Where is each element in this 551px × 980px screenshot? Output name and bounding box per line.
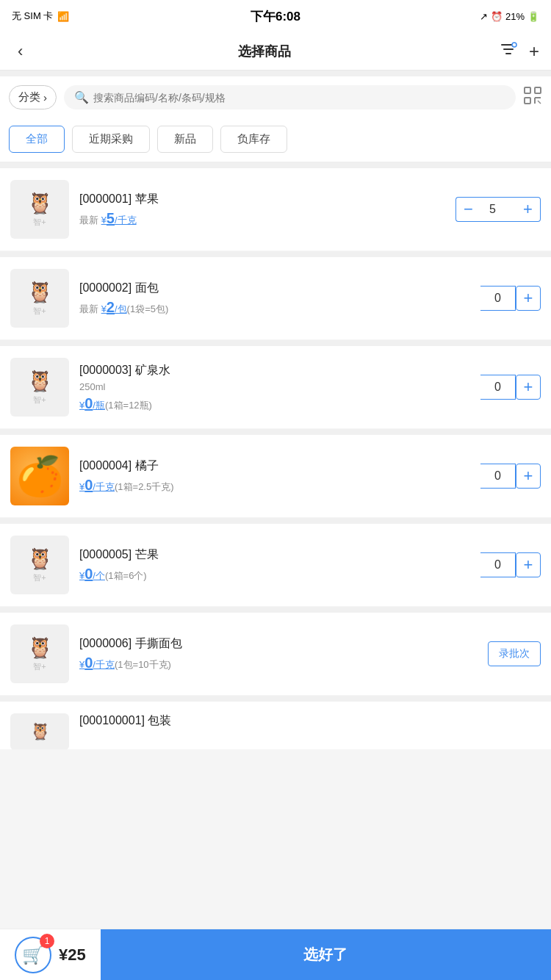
- svg-rect-7: [525, 98, 530, 104]
- product-thumb: 🍊: [10, 447, 69, 505]
- battery-label: 21%: [505, 11, 525, 22]
- status-right: ↗ ⏰ 21% 🔋: [480, 11, 539, 22]
- divider-1: [0, 71, 551, 76]
- owl-icon: 🦉: [27, 280, 53, 304]
- owl-icon: 🦉: [30, 722, 50, 741]
- qty-display: 0: [480, 286, 516, 311]
- product-thumb: 🦉 智+: [10, 269, 69, 328]
- svg-rect-6: [535, 87, 541, 93]
- product-name: [0000006] 手撕面包: [79, 636, 478, 652]
- product-item-partial: 🦉 [000100001] 包装: [0, 702, 551, 749]
- nav-actions: ! +: [500, 41, 539, 62]
- product-price: ¥0/千克(1箱=2.5千克): [79, 477, 470, 494]
- page-title: 选择商品: [238, 43, 291, 60]
- product-name: [000100001] 包装: [79, 713, 541, 729]
- back-button[interactable]: ‹: [12, 36, 29, 67]
- product-list: 🦉 智+ [0000001] 苹果 最新 ¥5/千克 − + 🦉 智+ [: [0, 168, 551, 749]
- wifi-icon: 📶: [57, 11, 69, 22]
- product-thumb: 🦉 智+: [10, 180, 69, 239]
- add-button[interactable]: +: [529, 41, 539, 62]
- product-info: [0000004] 橘子 ¥0/千克(1箱=2.5千克): [79, 458, 470, 494]
- divider-2: [0, 162, 551, 168]
- divider: [0, 429, 551, 435]
- filter-icon[interactable]: !: [500, 42, 517, 60]
- tabs-bar: 全部 近期采购 新品 负库存: [0, 118, 551, 162]
- category-button[interactable]: 分类 ›: [9, 85, 57, 109]
- confirm-button[interactable]: 选好了: [101, 929, 551, 981]
- qty-minus-button[interactable]: −: [455, 197, 480, 222]
- qty-plus-button[interactable]: +: [516, 552, 541, 577]
- cart-badge: 1: [40, 934, 54, 948]
- product-price: ¥0/千克(1包=10千克): [79, 655, 478, 671]
- qty-plus-button[interactable]: +: [516, 197, 541, 222]
- qty-control: 0 +: [480, 375, 541, 400]
- carrier-label: 无 SIM 卡: [12, 10, 53, 23]
- qty-plus-button[interactable]: +: [516, 375, 541, 400]
- bottom-bar: 🛒 1 ¥25 选好了: [0, 929, 551, 980]
- search-input-wrap[interactable]: 🔍: [64, 85, 516, 109]
- alarm-icon: ⏰: [491, 11, 503, 22]
- qty-plus-button[interactable]: +: [516, 286, 541, 311]
- product-thumb: 🦉 智+: [10, 536, 69, 594]
- qty-plus-button[interactable]: +: [516, 464, 541, 489]
- search-bar: 分类 › 🔍: [0, 76, 551, 118]
- search-input[interactable]: [93, 92, 505, 104]
- product-thumb: 🦉 智+: [10, 624, 69, 683]
- divider: [0, 696, 551, 702]
- qty-control: 0 +: [480, 464, 541, 489]
- battery-icon: 🔋: [527, 11, 539, 22]
- product-item: 🦉 智+ [0000001] 苹果 最新 ¥5/千克 − +: [0, 168, 551, 251]
- tab-all[interactable]: 全部: [9, 126, 65, 153]
- product-name: [0000005] 芒果: [79, 547, 470, 563]
- qty-control: − +: [455, 197, 541, 222]
- product-item: 🦉 智+ [0000006] 手撕面包 ¥0/千克(1包=10千克) 录批次: [0, 613, 551, 695]
- cart-icon-button[interactable]: 🛒 1: [15, 937, 51, 973]
- product-info: [0000005] 芒果 ¥0/个(1箱=6个): [79, 547, 470, 583]
- product-info: [0000006] 手撕面包 ¥0/千克(1包=10千克): [79, 636, 478, 671]
- cart-total: ¥25: [59, 945, 86, 965]
- divider: [0, 607, 551, 613]
- owl-icon: 🦉: [27, 191, 53, 215]
- product-info: [0000001] 苹果 最新 ¥5/千克: [79, 192, 445, 227]
- qty-display: 0: [480, 552, 516, 577]
- qty-display: 0: [480, 464, 516, 489]
- qty-display: 0: [480, 375, 516, 400]
- divider: [0, 340, 551, 346]
- divider: [0, 518, 551, 524]
- svg-text:!: !: [513, 44, 514, 48]
- tab-new[interactable]: 新品: [157, 126, 213, 153]
- product-info: [0000003] 矿泉水 250ml ¥0/瓶(1箱=12瓶): [79, 363, 470, 412]
- owl-icon: 🦉: [27, 369, 53, 393]
- product-info: [000100001] 包装: [79, 713, 541, 732]
- svg-line-10: [538, 101, 541, 104]
- status-time: 下午6:08: [251, 8, 300, 25]
- product-info: [0000002] 面包 最新 ¥2/包(1袋=5包): [79, 281, 470, 316]
- scan-icon[interactable]: [523, 86, 542, 109]
- product-price: 最新 ¥2/包(1袋=5包): [79, 299, 470, 316]
- search-icon: 🔍: [74, 90, 89, 104]
- bottom-spacer: [0, 749, 551, 801]
- qty-control: 0 +: [480, 286, 541, 311]
- tab-negative[interactable]: 负库存: [220, 126, 287, 153]
- svg-rect-5: [525, 87, 530, 93]
- owl-icon: 🦉: [27, 547, 53, 571]
- owl-icon: 🦉: [27, 635, 53, 660]
- product-name: [0000001] 苹果: [79, 192, 445, 207]
- product-spec: 250ml: [79, 381, 470, 392]
- batch-button[interactable]: 录批次: [488, 641, 541, 666]
- product-thumb: 🦉 智+: [10, 358, 69, 417]
- product-item: 🦉 智+ [0000002] 面包 最新 ¥2/包(1袋=5包) 0 +: [0, 257, 551, 339]
- qty-input[interactable]: [480, 197, 516, 222]
- cart-icon: 🛒: [22, 945, 44, 965]
- product-name: [0000004] 橘子: [79, 458, 470, 474]
- product-item: 🍊 [0000004] 橘子 ¥0/千克(1箱=2.5千克) 0 +: [0, 435, 551, 517]
- qty-control: 0 +: [480, 552, 541, 577]
- product-name: [0000002] 面包: [79, 281, 470, 296]
- product-price: ¥0/个(1箱=6个): [79, 566, 470, 583]
- product-thumb: 🦉: [10, 713, 69, 749]
- tab-recent[interactable]: 近期采购: [72, 126, 150, 153]
- product-name: [0000003] 矿泉水: [79, 363, 470, 378]
- location-icon: ↗: [480, 11, 488, 22]
- product-item: 🦉 智+ [0000005] 芒果 ¥0/个(1箱=6个) 0 +: [0, 524, 551, 606]
- status-left: 无 SIM 卡 📶: [12, 10, 69, 23]
